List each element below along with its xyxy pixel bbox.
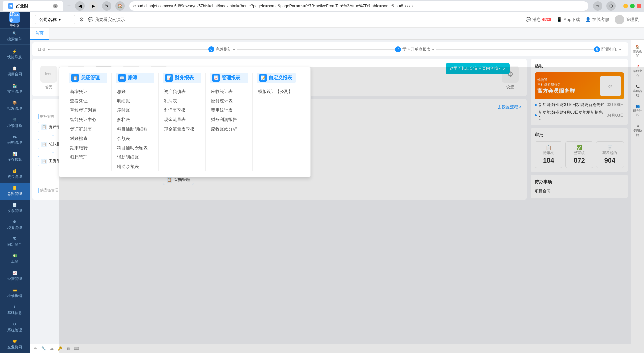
new-tab-button[interactable]: + [65,2,73,10]
menu-section-voucher: 📋 凭证管理 新增凭证 查看凭证 草稿凭证列表 智能凭证中心 凭证汇总表 对账检… [65,73,112,171]
extensions-button[interactable]: ⬡ [606,1,616,11]
menu-item-template-design[interactable]: 模版设计【公测】 [257,87,296,96]
invoice-icon: 🧾 [12,203,17,207]
demo-link[interactable]: 💬 我要看实例演示 [88,17,125,23]
sidebar-item-invoice[interactable]: 🧾 发票管理 [0,200,30,217]
sidebar-item-operations[interactable]: 📈 经营管理 [0,267,30,285]
user-name: 管理员 [626,17,639,23]
maximize-button[interactable] [630,4,635,8]
menu-item-ar-analysis[interactable]: 应收账款分析 [210,124,248,134]
sidebar-item-base-info[interactable]: ℹ 基础信息 [0,302,30,319]
sidebar-label: 系统管理 [7,327,22,333]
dropdown-menu: 📋 凭证管理 新增凭证 查看凭证 草稿凭证列表 智能凭证中心 凭证汇总表 对账检… [59,67,311,177]
tab-close-button[interactable]: × [53,4,58,8]
sidebar-item-inventory[interactable]: 📊 库存核算 [0,148,30,165]
operations-icon: 📈 [12,271,17,275]
sidebar-item-retail[interactable]: 🏪 零售管理 [0,80,30,97]
sidebar-item-purchase[interactable]: 🛍 采购管理 [0,132,30,148]
menu-item-voucher-summary[interactable]: 凭证汇总表 [69,124,107,134]
sidebar-item-fund[interactable]: 💰 资金管理 [0,165,30,183]
menu-item-aux-detail[interactable]: 辅助明细账 [116,153,154,162]
menu-item-view-voucher[interactable]: 查看凭证 [69,96,107,106]
browser-tab[interactable]: 好 好业财 × [3,1,63,11]
sidebar-item-quick-nav[interactable]: ⚡ 快捷导航 [0,46,30,63]
menu-item-ar-stats[interactable]: 应收统计表 [210,87,248,96]
home-button[interactable]: 🏠 [115,1,125,11]
menu-item-cashflow-quarterly[interactable]: 现金流量表季报 [163,124,201,134]
right-fixed-home-settings[interactable]: 🏠 首页设置 [632,42,644,61]
menu-item-expense-stats[interactable]: 费用统计表 [210,106,248,115]
dropdown-overlay[interactable]: 📋 凭证管理 新增凭证 查看凭证 草稿凭证列表 智能凭证中心 凭证汇总表 对账检… [59,67,644,353]
app-download-button[interactable]: 📱 App下载 [557,17,580,23]
progress-section: 日期 ● 6 完善期初 ● 7 学习开单查报表 ● [32,42,628,56]
menu-item-archive[interactable]: 归档管理 [69,153,107,162]
sidebar-label: 企业协同 [7,345,22,350]
sidebar-item-ecommerce[interactable]: 🛒 小畅电商 [0,114,30,132]
sidebar-nav: ⚡ 快捷导航 📋 项目合同 🏪 零售管理 📦 批发管理 🛒 小畅电商 🛍 [0,46,30,353]
sidebar-item-fixed-assets[interactable]: 🏗 固定资产 [0,234,30,250]
ledger-header-icon: 📖 [118,74,126,82]
menu-item-draft-voucher[interactable]: 草稿凭证列表 [69,106,107,115]
icon-item-1[interactable]: Icon 暂无 [36,63,61,92]
menu-item-income[interactable]: 利润表 [163,96,201,106]
menu-item-add-voucher[interactable]: 新增凭证 [69,87,107,96]
sidebar-item-expense[interactable]: 💳 小畅报销 [0,285,30,302]
menu-item-period-close[interactable]: 期末结转 [69,143,107,153]
user-avatar [615,15,624,24]
sidebar-label: 基础信息 [7,310,22,315]
quick-nav-icon: ⚡ [12,49,17,54]
sidebar-item-cooperation[interactable]: 🤝 企业协同 [0,336,30,353]
service-icon: 👤 [585,17,591,22]
menu-item-general[interactable]: 总账 [116,87,154,96]
search-icon: 🔍 [12,31,17,36]
bottom-icon-2[interactable]: ☁ [50,346,54,351]
sidebar-item-wholesale[interactable]: 📦 批发管理 [0,97,30,114]
voucher-header-icon: 📋 [71,74,79,82]
tab-home[interactable]: 首页 [30,28,49,40]
sidebar-item-payroll[interactable]: 💵 工资 [0,250,30,267]
step-6: 6 完善期初 [208,46,232,52]
bookmark-button[interactable]: ☆ [593,1,602,11]
mgmt-report-section-header: 📈 管理报表 [210,73,248,83]
payroll-box-icon: 📋 [41,159,47,164]
menu-item-journal[interactable]: 序时账 [116,106,154,115]
sidebar-item-project-contract[interactable]: 📋 项目合同 [0,63,30,80]
retail-icon: 🏪 [12,84,17,88]
menu-item-balance[interactable]: 余额表 [116,134,154,143]
settings-icon[interactable]: ⚙ [79,16,84,23]
minimize-button[interactable] [623,4,628,8]
sidebar-label: 总账管理 [7,191,22,196]
date-label: 日期 [38,47,45,52]
menu-item-aux-balance[interactable]: 辅助余额表 [116,162,154,171]
home-settings-icon: 🏠 [636,45,640,49]
sidebar-item-system[interactable]: ⚙ 系统管理 [0,319,30,336]
main-content: 公司名称 ▾ ⚙ 💬 我要看实例演示 💬 消息 99+ 📱 App下载 [30,12,644,353]
messages-button[interactable]: 💬 消息 99+ [526,17,551,23]
menu-item-subject-detail[interactable]: 科目辅助明细账 [116,124,154,134]
user-menu[interactable]: 管理员 [615,15,639,24]
menu-item-income-quarterly[interactable]: 利润表季报 [163,106,201,115]
online-service-button[interactable]: 👤 在线客服 [585,17,609,23]
sidebar-item-search[interactable]: 🔍 搜索菜单 [0,29,30,45]
menu-item-multicolumn[interactable]: 多栏账 [116,115,154,124]
menu-item-ap-stats[interactable]: 应付统计表 [210,96,248,106]
menu-item-smart-voucher[interactable]: 智能凭证中心 [69,115,107,124]
address-bar[interactable]: cloud.chanjet.com/cc/u6d89qwnryel/57bfsk… [129,1,588,11]
menu-item-detail[interactable]: 明细账 [116,96,154,106]
mgmt-report-icon: 📈 [212,74,220,82]
forward-button[interactable]: ▶ [89,1,98,11]
sidebar-item-tax[interactable]: 🏛 税务管理 [0,217,30,234]
sidebar-item-general-ledger[interactable]: 📒 总账管理 [0,183,30,200]
menu-item-subject-balance[interactable]: 科目辅助余额表 [116,143,154,153]
menu-item-balance-sheet[interactable]: 资产负债表 [163,87,201,96]
close-window-button[interactable] [637,4,641,8]
lang-toggle[interactable]: 英 [34,346,37,351]
chevron-down-icon: ▾ [59,17,61,22]
menu-item-cashflow[interactable]: 现金流量表 [163,115,201,124]
company-selector[interactable]: 公司名称 ▾ [35,15,75,24]
menu-item-reconcile[interactable]: 对账检查 [69,134,107,143]
bottom-icon-1[interactable]: 🔧 [41,346,46,351]
reload-button[interactable]: ↻ [102,1,111,11]
menu-item-profit-report[interactable]: 财务利润报告 [210,115,248,124]
back-button[interactable]: ◀ [75,1,85,11]
